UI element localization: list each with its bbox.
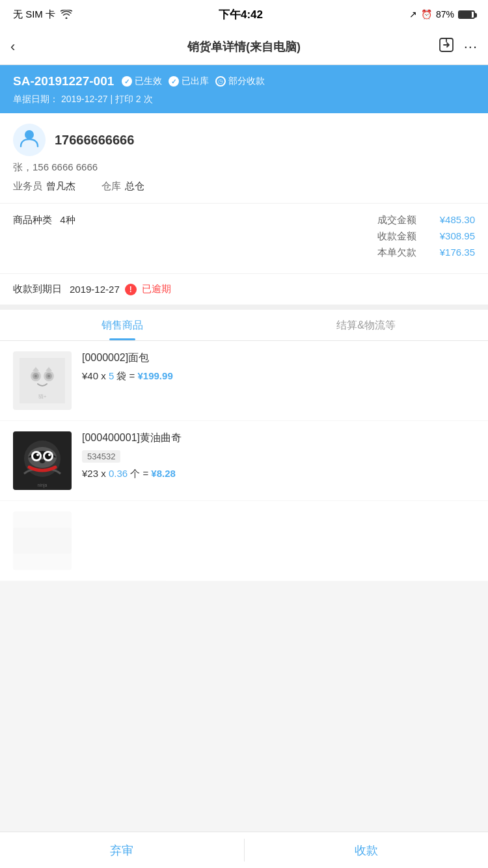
svg-point-7 xyxy=(34,375,37,377)
person-icon xyxy=(20,128,39,152)
debt-amount-row: 本单欠款 ¥176.35 xyxy=(377,247,475,259)
customer-meta: 业务员 曾凡杰 仓库 总仓 xyxy=(13,180,475,193)
check-icon-1: ✓ xyxy=(122,76,132,87)
product-name-1: [0000002]面包 xyxy=(82,351,475,365)
deal-amount-row: 成交金额 ¥485.30 xyxy=(377,214,475,226)
status-left: 无 SIM 卡 xyxy=(13,8,72,21)
svg-point-19 xyxy=(40,459,45,463)
more-button[interactable]: ··· xyxy=(464,38,478,55)
svg-text:ninja: ninja xyxy=(38,483,47,488)
check-icon-2: ✓ xyxy=(169,76,179,87)
product-name-2: [000400001]黄油曲奇 xyxy=(82,431,475,445)
status-badges: ✓ 已生效 ✓ 已出库 ◷ 部分收款 xyxy=(122,75,265,87)
bottom-bar: 弃审 收款 xyxy=(0,832,488,868)
svg-point-17 xyxy=(36,454,39,456)
svg-text:猫+: 猫+ xyxy=(38,394,47,400)
warehouse: 仓库 总仓 xyxy=(102,180,144,193)
tab-sales-products[interactable]: 销售商品 xyxy=(0,310,244,340)
customer-phone: 17666666666 xyxy=(55,133,134,148)
status-effective: ✓ 已生效 xyxy=(122,75,162,87)
status-shipped: ✓ 已出库 xyxy=(169,75,209,87)
product-info-2: [000400001]黄油曲奇 534532 ¥23 x 0.36 个 = ¥8… xyxy=(82,431,475,490)
list-item xyxy=(0,501,488,581)
share-button[interactable] xyxy=(439,38,454,56)
battery-text: 87% xyxy=(436,9,454,20)
page-title: 销货单详情(来自电脑) xyxy=(187,39,301,55)
product-thumbnail-2: ninja xyxy=(13,431,72,490)
product-count: 商品种类 4种 xyxy=(13,214,75,226)
status-time: 下午4:42 xyxy=(219,7,263,22)
order-header: SA-20191227-001 ✓ 已生效 ✓ 已出库 ◷ 部分收款 单据日期：… xyxy=(0,65,488,113)
customer-sub-name: 张，156 6666 6666 xyxy=(13,161,475,174)
status-bar: 无 SIM 卡 下午4:42 ↗ ⏰ 87% xyxy=(0,0,488,29)
product-info-1: [0000002]面包 ¥40 x 5 袋 = ¥199.99 xyxy=(82,351,475,410)
product-sku-badge: 534532 xyxy=(82,450,475,468)
svg-point-8 xyxy=(47,375,50,377)
wifi-icon xyxy=(61,10,72,19)
list-item: 猫+ [0000002]面包 ¥40 x 5 袋 = ¥199.99 xyxy=(0,341,488,421)
svg-point-16 xyxy=(45,453,51,459)
tab-settlement-logistics[interactable]: 结算&物流等 xyxy=(244,310,488,340)
svg-point-1 xyxy=(25,130,34,139)
cancel-button[interactable]: 弃审 xyxy=(0,832,244,868)
product-list: 猫+ [0000002]面包 ¥40 x 5 袋 = ¥199.99 xyxy=(0,341,488,581)
back-button[interactable]: ‹ xyxy=(5,33,20,61)
product-thumbnail-1: 猫+ xyxy=(13,351,72,410)
status-partial-payment: ◷ 部分收款 xyxy=(215,75,265,87)
nav-actions: ··· xyxy=(439,38,478,56)
list-item: ninja [000400001]黄油曲奇 534532 ¥23 x 0.36 … xyxy=(0,421,488,501)
order-date-row: 单据日期： 2019-12-27 | 打印 2 次 xyxy=(13,94,475,105)
svg-point-18 xyxy=(48,454,51,456)
collection-amount-row: 收款金额 ¥308.95 xyxy=(377,230,475,243)
alarm-icon: ⏰ xyxy=(421,9,432,20)
product-image-placeholder-1: 猫+ xyxy=(20,358,65,403)
amounts-right: 成交金额 ¥485.30 收款金额 ¥308.95 本单欠款 ¥176.35 xyxy=(377,214,475,263)
overdue-text: 已逾期 xyxy=(142,283,171,295)
amounts-section: 商品种类 4种 成交金额 ¥485.30 收款金额 ¥308.95 本单欠款 ¥… xyxy=(0,204,488,274)
nav-bar: ‹ 销货单详情(来自电脑) ··· xyxy=(0,29,488,65)
clock-icon: ◷ xyxy=(215,76,226,87)
product-price-2: ¥23 x 0.36 个 = ¥8.28 xyxy=(82,468,475,480)
product-thumbnail-3 xyxy=(13,511,72,570)
tabs-section: 销售商品 结算&物流等 xyxy=(0,310,488,341)
svg-point-15 xyxy=(33,453,40,459)
overdue-icon: ! xyxy=(125,284,137,295)
battery-icon xyxy=(458,10,475,19)
customer-section: 17666666666 张，156 6666 6666 业务员 曾凡杰 仓库 总… xyxy=(0,113,488,204)
carrier-text: 无 SIM 卡 xyxy=(13,8,55,21)
product-image-2: ninja xyxy=(13,431,72,490)
order-id: SA-20191227-001 xyxy=(13,74,114,88)
location-icon: ↗ xyxy=(409,9,417,20)
customer-avatar xyxy=(13,124,46,156)
status-right: ↗ ⏰ 87% xyxy=(409,9,475,20)
product-info-3 xyxy=(82,511,475,570)
due-section: 收款到期日 2019-12-27 ! 已逾期 xyxy=(0,274,488,310)
confirm-button[interactable]: 收款 xyxy=(245,832,489,868)
sales-person: 业务员 曾凡杰 xyxy=(13,180,75,193)
product-price-1: ¥40 x 5 袋 = ¥199.99 xyxy=(82,370,475,383)
